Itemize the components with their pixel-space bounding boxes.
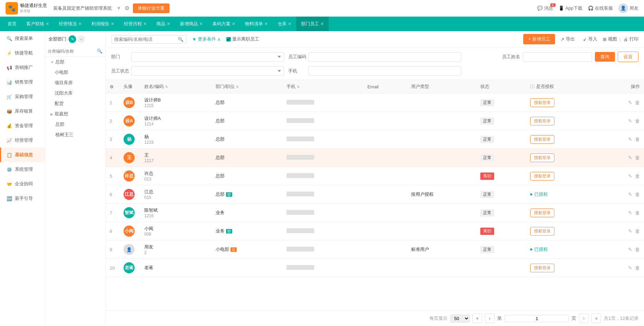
search-icon[interactable]: 🔍 — [178, 37, 183, 42]
edit-button[interactable]: ✎ — [628, 265, 632, 271]
query-button[interactable]: 查询 — [595, 52, 615, 62]
nav-close-icon[interactable]: ✕ — [143, 21, 147, 26]
col-dept[interactable]: 部门/职位⇅ — [211, 80, 283, 94]
dept-group-zongbu2[interactable]: 总部 — [45, 119, 105, 130]
nav-item-warehouse[interactable]: 仓库✕ — [273, 17, 296, 31]
delete-button[interactable]: 🗑 — [635, 173, 640, 179]
edit-button[interactable]: ✎ — [628, 210, 632, 215]
delete-button[interactable]: 🗑 — [635, 118, 640, 124]
delete-button[interactable]: 🗑 — [635, 100, 640, 105]
nav-close-icon[interactable]: ✕ — [78, 21, 82, 26]
message-button[interactable]: 💬 消息 6 — [537, 5, 553, 11]
filter-phone-input[interactable] — [308, 66, 461, 76]
filter-empname-input[interactable] — [523, 52, 592, 62]
gear-icon[interactable]: ⚙ — [125, 5, 129, 11]
delete-button[interactable]: 🗑 — [635, 192, 640, 197]
import-button[interactable]: ↙ 导入 — [580, 35, 600, 44]
filter-dept-select[interactable] — [131, 52, 284, 62]
dept-group-shuangting[interactable]: ▶ 双庭想 — [45, 109, 105, 119]
dept-item-project[interactable]: 项目库房 — [49, 78, 105, 88]
nav-close-icon[interactable]: ✕ — [232, 21, 235, 26]
next-page-button[interactable]: › — [579, 314, 589, 323]
left-nav-cooperation[interactable]: 🤝 企业协同 — [0, 177, 45, 191]
dept-item-peihuo[interactable]: 配货 — [49, 98, 105, 109]
online-service-button[interactable]: 🎧 在线客服 — [588, 5, 613, 11]
left-nav-search[interactable]: 🔍 搜索菜单 — [0, 31, 45, 46]
add-employee-button[interactable]: + 新增员工 — [523, 34, 555, 44]
col-phone[interactable]: 手机⇅ — [282, 80, 363, 94]
edit-button[interactable]: ✎ — [628, 100, 632, 105]
nav-item-home[interactable]: 首页 — [3, 17, 21, 31]
nav-close-icon[interactable]: ✕ — [111, 21, 114, 26]
nav-close-icon[interactable]: ✕ — [167, 21, 170, 26]
nav-item-addgoods[interactable]: 新增商品✕ — [175, 17, 208, 31]
auth-login-button[interactable]: 授权登录 — [530, 227, 554, 236]
prev-page-button[interactable]: ‹ — [485, 314, 495, 323]
nav-item-customer[interactable]: 客户联络✕ — [21, 17, 54, 31]
nav-item-goods[interactable]: 商品✕ — [152, 17, 175, 31]
edit-button[interactable]: ✎ — [628, 155, 632, 160]
page-size-select[interactable]: 50 20 100 — [450, 315, 470, 323]
nav-close-icon[interactable]: ✕ — [199, 21, 203, 26]
nav-close-icon[interactable]: ✕ — [46, 21, 49, 26]
nav-item-operation[interactable]: 经营情况✕ — [54, 17, 87, 31]
edit-button[interactable]: ✎ — [628, 136, 632, 142]
delete-button[interactable]: 🗑 — [635, 228, 640, 234]
left-nav-business[interactable]: 📈 经营管理 — [0, 133, 45, 148]
auth-login-button[interactable]: 授权登录 — [530, 98, 554, 107]
delete-button[interactable]: 🗑 — [635, 247, 640, 252]
delete-button[interactable]: 🗑 — [635, 155, 640, 160]
left-nav-sales[interactable]: 📊 销售管理 — [0, 75, 45, 89]
auth-login-button[interactable]: 授权登录 — [530, 209, 554, 217]
left-nav-shortcut[interactable]: ⚡ 快捷导航 — [0, 46, 45, 60]
dropdown-arrow-icon[interactable]: ▼ — [117, 6, 121, 11]
col-name[interactable]: 姓名/编码⇅ — [140, 80, 211, 94]
edit-button[interactable]: ✎ — [628, 192, 632, 197]
nav-item-barcode[interactable]: 条码方案✕ — [208, 17, 240, 31]
more-filters-button[interactable]: ▼ 更多条件 ∧ — [189, 35, 224, 44]
delete-button[interactable]: 🗑 — [635, 210, 640, 215]
user-menu-button[interactable]: 👤 用友 — [618, 3, 638, 13]
last-page-button[interactable]: » — [591, 314, 601, 323]
nav-close-icon[interactable]: ✕ — [288, 21, 291, 26]
edit-button[interactable]: ✎ — [628, 228, 632, 234]
left-nav-system[interactable]: ⚙️ 系统管理 — [0, 162, 45, 177]
dept-search-input[interactable] — [48, 49, 96, 54]
left-nav-marketing[interactable]: 📢 营销推广 — [0, 60, 45, 75]
edit-button[interactable]: ✎ — [628, 247, 632, 252]
auth-login-button[interactable]: 授权登录 — [530, 135, 554, 144]
nav-close-icon[interactable]: ✕ — [320, 21, 324, 26]
nav-item-staff[interactable]: 部门员工✕ — [296, 17, 329, 31]
auth-login-button[interactable]: 授权登录 — [530, 153, 554, 162]
nav-close-icon[interactable]: ✕ — [264, 21, 268, 26]
dept-edit-button[interactable]: ✎ — [69, 35, 76, 43]
dept-search-icon[interactable]: 🔍 — [97, 49, 102, 54]
dept-group-zhishu[interactable]: 植树王三 — [45, 130, 105, 140]
dept-collapse-button[interactable]: « — [78, 35, 85, 43]
first-page-button[interactable]: « — [472, 314, 482, 323]
delete-button[interactable]: 🗑 — [635, 136, 640, 142]
view-button[interactable]: ⊞ 视图 — [603, 36, 617, 42]
auth-login-button[interactable]: 授权登录 — [530, 172, 554, 180]
left-nav-basic-info[interactable]: 📋 基础信息 — [0, 148, 45, 162]
left-nav-guide[interactable]: 🆕 新手引导 — [0, 191, 45, 206]
left-nav-finance[interactable]: 💰 资金管理 — [0, 118, 45, 133]
app-download-button[interactable]: 📱 App下载 — [559, 5, 582, 11]
nav-item-history[interactable]: 经营历程✕ — [119, 17, 152, 31]
dept-item-xiaodian[interactable]: 小电部 — [49, 67, 105, 78]
page-number-input[interactable] — [505, 315, 569, 322]
nav-item-bom[interactable]: 物料清单✕ — [240, 17, 273, 31]
set-button[interactable]: 设置 — [618, 52, 638, 62]
show-left-employees[interactable]: 显示离职员工 — [226, 36, 259, 42]
export-button[interactable]: ↗ 导出 — [558, 35, 578, 44]
delete-button[interactable]: 🗑 — [635, 265, 640, 271]
auth-login-button[interactable]: 授权登录 — [530, 264, 554, 272]
trial-button[interactable]: 体验行业方案 — [133, 3, 170, 13]
print-button[interactable]: 🖨 打印 — [624, 36, 638, 42]
auth-login-button[interactable]: 授权登录 — [530, 117, 554, 125]
left-nav-purchase[interactable]: 🛒 采购管理 — [0, 89, 45, 104]
edit-button[interactable]: ✎ — [628, 118, 632, 124]
dept-group-zongbu[interactable]: ▼ 总部 — [45, 57, 105, 67]
dept-item-shenyang[interactable]: 沈阳大库 — [49, 88, 105, 98]
edit-button[interactable]: ✎ — [628, 173, 632, 179]
